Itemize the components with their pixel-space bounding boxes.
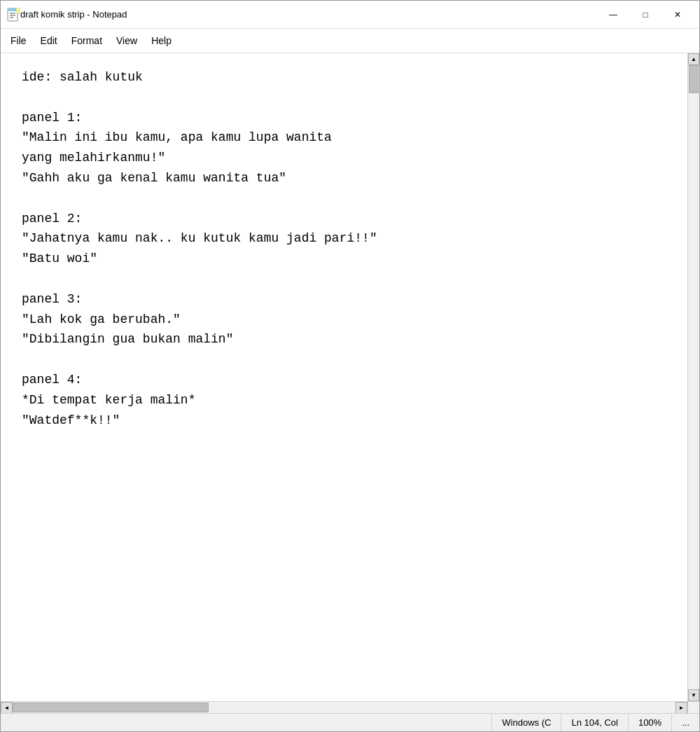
menu-edit[interactable]: Edit	[34, 32, 64, 49]
content-area: ▲ ▼	[1, 53, 699, 701]
minimize-button[interactable]: —	[597, 4, 629, 25]
menu-view[interactable]: View	[109, 32, 144, 49]
menu-format[interactable]: Format	[64, 32, 109, 49]
menu-bar: File Edit Format View Help	[1, 29, 699, 53]
menu-help[interactable]: Help	[144, 32, 178, 49]
status-zoom: 100%	[628, 714, 671, 731]
status-ellipsis: ...	[671, 714, 699, 731]
scroll-left-button[interactable]: ◄	[1, 702, 13, 714]
maximize-button[interactable]: □	[629, 4, 662, 25]
horizontal-scrollbar-wrapper: ◄ ►	[1, 701, 699, 713]
window-title: draft komik strip - Notepad	[20, 9, 597, 20]
scrollbar-corner	[687, 702, 699, 714]
status-encoding: Windows (C	[491, 714, 561, 731]
scroll-right-button[interactable]: ►	[676, 702, 687, 714]
close-button[interactable]: ✕	[662, 4, 694, 25]
scroll-thumb-horizontal[interactable]	[13, 703, 209, 712]
vertical-scrollbar[interactable]: ▲ ▼	[687, 53, 699, 701]
app-icon	[6, 8, 20, 22]
text-area-container	[1, 53, 687, 701]
scroll-down-button[interactable]: ▼	[688, 689, 699, 701]
text-editor[interactable]	[1, 53, 687, 701]
scroll-track-vertical[interactable]	[688, 65, 699, 689]
svg-rect-5	[16, 8, 20, 13]
window-controls: — □ ✕	[597, 4, 694, 25]
status-position: Ln 104, Col	[561, 714, 628, 731]
menu-file[interactable]: File	[4, 32, 34, 49]
notepad-window: draft komik strip - Notepad — □ ✕ File E…	[0, 0, 700, 732]
scroll-thumb-vertical[interactable]	[689, 65, 699, 93]
status-right: Windows (C Ln 104, Col 100% ...	[491, 714, 699, 731]
scroll-track-horizontal[interactable]	[13, 702, 676, 713]
scroll-up-button[interactable]: ▲	[688, 53, 699, 65]
title-bar: draft komik strip - Notepad — □ ✕	[1, 1, 699, 29]
status-bar: Windows (C Ln 104, Col 100% ...	[1, 713, 699, 731]
